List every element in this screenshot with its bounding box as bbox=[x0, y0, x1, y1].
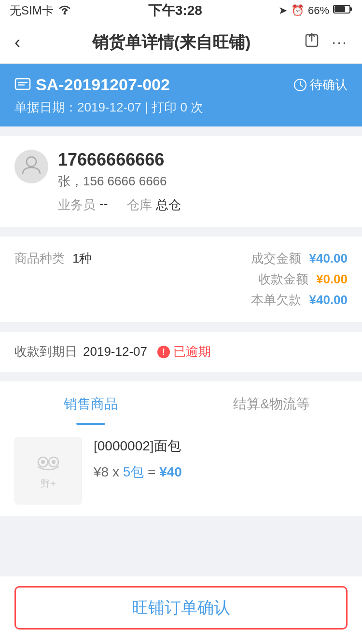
payment-due-label: 收款到期日 bbox=[14, 343, 77, 360]
product-types-label: 商品种类 bbox=[14, 250, 65, 267]
tab-sales-products[interactable]: 销售商品 bbox=[0, 381, 181, 425]
product-logo: 野+ bbox=[31, 451, 65, 490]
battery-icon bbox=[333, 4, 352, 17]
avatar bbox=[14, 150, 48, 183]
product-thumb-text: 野+ bbox=[41, 477, 56, 490]
product-qty: 5包 bbox=[123, 464, 144, 479]
svg-rect-3 bbox=[334, 6, 345, 12]
tabs-header: 销售商品 结算&物流等 bbox=[0, 381, 362, 425]
warehouse-value: 总仓 bbox=[156, 196, 181, 213]
order-header: SA-20191207-002 待确认 单据日期：2019-12-07 | 打印… bbox=[0, 64, 362, 126]
order-date: 单据日期：2019-12-07 | 打印 0 次 bbox=[14, 99, 348, 116]
product-types-value: 1种 bbox=[72, 250, 92, 267]
customer-card: 17666666666 张，156 6666 6666 业务员 -- 仓库 总仓 bbox=[0, 136, 362, 227]
svg-rect-5 bbox=[15, 79, 30, 89]
received-amount-row: 收款金额 ¥0.00 bbox=[258, 271, 348, 288]
avatar-icon bbox=[21, 154, 42, 180]
status-right: ➤ ⏰ 66% bbox=[278, 4, 352, 17]
battery-label: 66% bbox=[308, 4, 329, 17]
svg-point-0 bbox=[63, 13, 66, 15]
transaction-amount-label: 成交金额 bbox=[251, 250, 301, 267]
product-thumbnail: 野+ bbox=[14, 437, 82, 504]
salesperson-label: 业务员 bbox=[58, 196, 96, 213]
salesperson-item: 业务员 -- bbox=[58, 196, 108, 213]
overdue-section: 收款到期日 2019-12-07 ! 已逾期 bbox=[0, 332, 362, 372]
warehouse-label: 仓库 bbox=[127, 196, 152, 213]
payment-due-date: 2019-12-07 bbox=[83, 344, 147, 359]
order-status: 待确认 bbox=[293, 76, 348, 93]
product-name: [0000002]面包 bbox=[94, 437, 348, 455]
product-item: 野+ [0000002]面包 ¥8 x 5包 = ¥40 bbox=[14, 437, 348, 504]
owed-amount-value: ¥40.00 bbox=[309, 293, 348, 308]
product-types-group: 商品种类 1种 bbox=[14, 250, 92, 267]
bottom-action: 旺铺订单确认 bbox=[0, 576, 362, 644]
warehouse-item: 仓库 总仓 bbox=[127, 196, 181, 213]
status-bar: 无SIM卡 下午3:28 ➤ ⏰ 66% bbox=[0, 0, 362, 21]
nav-actions: ··· bbox=[299, 32, 348, 52]
received-amount-label: 收款金额 bbox=[258, 271, 308, 288]
tabs-section: 销售商品 结算&物流等 野+ bbox=[0, 381, 362, 516]
location-icon: ➤ bbox=[278, 4, 287, 17]
product-price: ¥8 x 5包 = ¥40 bbox=[94, 463, 348, 481]
summary-section: 商品种类 1种 成交金额 ¥40.00 收款金额 ¥0.00 本单欠款 ¥40.… bbox=[0, 237, 362, 322]
wifi-icon bbox=[57, 4, 72, 17]
svg-rect-2 bbox=[350, 7, 352, 11]
owed-amount-row: 本单欠款 ¥40.00 bbox=[251, 292, 348, 308]
status-left: 无SIM卡 bbox=[10, 3, 72, 18]
product-details: [0000002]面包 ¥8 x 5包 = ¥40 bbox=[94, 437, 348, 481]
status-time: 下午3:28 bbox=[148, 1, 202, 20]
customer-phone: 17666666666 bbox=[58, 150, 348, 170]
order-header-top: SA-20191207-002 待确认 bbox=[14, 75, 348, 94]
share-icon[interactable] bbox=[304, 32, 320, 52]
product-list: 野+ [0000002]面包 ¥8 x 5包 = ¥40 bbox=[0, 425, 362, 516]
svg-point-13 bbox=[52, 460, 56, 464]
amounts-group: 成交金额 ¥40.00 收款金额 ¥0.00 本单欠款 ¥40.00 bbox=[251, 250, 348, 308]
overdue-badge: ! 已逾期 bbox=[157, 343, 211, 360]
product-separator: = bbox=[144, 464, 159, 479]
overdue-text: 已逾期 bbox=[173, 343, 211, 360]
product-price-base: ¥8 x bbox=[94, 464, 123, 479]
owed-amount-label: 本单欠款 bbox=[251, 292, 301, 308]
received-amount-value: ¥0.00 bbox=[316, 272, 348, 287]
nav-bar: ‹ 销货单详情(来自旺铺) ··· bbox=[0, 21, 362, 64]
svg-point-7 bbox=[27, 157, 36, 167]
customer-meta: 业务员 -- 仓库 总仓 bbox=[58, 196, 348, 213]
tab-settlement-logistics[interactable]: 结算&物流等 bbox=[181, 381, 362, 425]
customer-info: 17666666666 张，156 6666 6666 业务员 -- 仓库 总仓 bbox=[58, 150, 348, 213]
transaction-amount-row: 成交金额 ¥40.00 bbox=[251, 250, 348, 267]
transaction-amount-value: ¥40.00 bbox=[309, 251, 348, 266]
customer-name: 张，156 6666 6666 bbox=[58, 173, 348, 190]
svg-text:!: ! bbox=[162, 347, 165, 357]
carrier-label: 无SIM卡 bbox=[10, 3, 54, 18]
summary-row: 商品种类 1种 成交金额 ¥40.00 收款金额 ¥0.00 本单欠款 ¥40.… bbox=[14, 250, 348, 308]
customer-row: 17666666666 张，156 6666 6666 业务员 -- 仓库 总仓 bbox=[14, 150, 348, 213]
product-total: ¥40 bbox=[159, 464, 182, 479]
order-id: SA-20191207-002 bbox=[14, 75, 170, 94]
more-icon[interactable]: ··· bbox=[332, 33, 348, 51]
wangpu-confirm-button[interactable]: 旺铺订单确认 bbox=[14, 586, 348, 630]
order-icon bbox=[14, 75, 31, 94]
alarm-icon: ⏰ bbox=[291, 4, 304, 17]
svg-point-12 bbox=[41, 460, 45, 464]
page-title: 销货单详情(来自旺铺) bbox=[43, 31, 299, 54]
salesperson-value: -- bbox=[99, 196, 108, 213]
back-button[interactable]: ‹ bbox=[14, 32, 43, 53]
